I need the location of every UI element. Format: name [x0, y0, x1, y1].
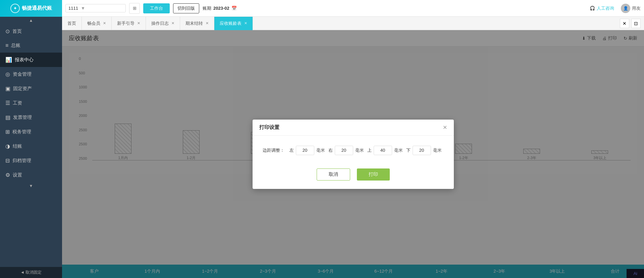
tab-log[interactable]: 操作日志 ✕ [146, 17, 180, 30]
top-prefix: 上 [367, 147, 372, 153]
tab-home[interactable]: 首页 [62, 17, 82, 30]
tax-icon: ⊞ [5, 129, 10, 135]
sidebar-scroll-down[interactable]: ▼ [0, 182, 62, 190]
switch-version-button[interactable]: 切到旧版 [173, 3, 199, 13]
modal-overlay: 打印设置 ✕ 边距调整： 左 毫米 右 [62, 30, 644, 278]
tab-close-all-button[interactable]: ✕ [620, 19, 629, 28]
tab-period-close-btn[interactable]: ✕ [206, 21, 209, 25]
sidebar-item-label: 固定资产 [13, 86, 32, 92]
sidebar-cancel-button[interactable]: ◄ 取消固定 [0, 267, 62, 278]
right-margin-group: 右 毫米 [328, 146, 364, 155]
logo-icon: ✦ [10, 4, 20, 13]
tab-ar-aging-label: 应收账龄表 [220, 20, 241, 26]
tabs-bar: 首页 畅会员 ✕ 新手引导 ✕ 操作日志 ✕ 期末结转 ✕ 应收账龄表 ✕ [62, 17, 644, 30]
top-header: ✦ 畅捷通易代账 1111 ▼ ⊞ 工作台 切到旧版 账期 2023-02 📅 … [0, 0, 644, 17]
copy-button[interactable]: ⊞ [129, 3, 140, 14]
sidebar-item-general-ledger[interactable]: ≡ 总账 [0, 39, 62, 53]
sidebar-item-label: 工资 [13, 100, 22, 106]
user-area[interactable]: 👤 用友 [621, 4, 641, 13]
payroll-icon: ☰ [5, 100, 10, 106]
sidebar-item-label: 报表中心 [15, 57, 34, 63]
sidebar-item-label: 总账 [11, 43, 20, 49]
fund-icon: ◎ [5, 71, 10, 77]
bottom-margin-group: 下 毫米 [406, 146, 442, 155]
sidebar-item-label: 首页 [12, 28, 22, 34]
settlement-icon: ◑ [5, 143, 10, 149]
logo-text: 畅捷通易代账 [22, 5, 52, 11]
modal-body: 边距调整： 左 毫米 右 毫米 [253, 136, 454, 168]
sidebar-item-label: 资金管理 [13, 71, 32, 77]
top-margin-group: 上 毫米 [367, 146, 403, 155]
sidebar-item-label: 归档管理 [12, 158, 31, 164]
tab-vip[interactable]: 畅会员 ✕ [82, 17, 112, 30]
avatar: 👤 [621, 4, 630, 13]
sidebar: ▲ ⊙ 首页 ≡ 总账 📊 报表中心 ◎ 资金管理 ▣ 固定资产 ☰ 工资 ▤ … [0, 17, 62, 278]
print-settings-dialog: 打印设置 ✕ 边距调整： 左 毫米 右 [253, 120, 454, 189]
period-area: 账期 2023-02 📅 [203, 5, 237, 11]
tab-ar-aging[interactable]: 应收账龄表 ✕ [214, 17, 253, 30]
top-margin-input[interactable] [374, 146, 392, 155]
sidebar-item-label: 设置 [13, 172, 22, 178]
sidebar-scroll-up[interactable]: ▲ [0, 17, 62, 24]
tab-guide-close[interactable]: ✕ [137, 21, 140, 25]
tab-expand-button[interactable]: ⊡ [631, 19, 641, 28]
bottom-margin-input[interactable] [413, 146, 431, 155]
sidebar-item-home[interactable]: ⊙ 首页 [0, 24, 62, 39]
print-confirm-button[interactable]: 打印 [357, 168, 390, 181]
tab-period-close[interactable]: 期末结转 ✕ [180, 17, 214, 30]
bottom-prefix: 下 [406, 147, 411, 153]
tab-guide-label: 新手引导 [117, 20, 135, 26]
tab-home-label: 首页 [67, 20, 76, 26]
sidebar-item-tax-management[interactable]: ⊞ 税务管理 [0, 125, 62, 139]
company-name: 1111 [68, 6, 78, 11]
tab-guide[interactable]: 新手引导 ✕ [112, 17, 146, 30]
sidebar-item-invoice-management[interactable]: ▤ 发票管理 [0, 110, 62, 125]
modal-title: 打印设置 [259, 124, 279, 131]
user-name: 用友 [632, 5, 641, 11]
left-margin-group: 左 毫米 [289, 146, 325, 155]
sidebar-item-payroll[interactable]: ☰ 工资 [0, 96, 62, 110]
consult-label: 人工咨询 [597, 5, 614, 11]
workbench-button[interactable]: 工作台 [143, 3, 170, 13]
period-value: 2023-02 [213, 6, 229, 11]
right-prefix: 右 [328, 147, 333, 153]
sidebar-item-archive-management[interactable]: ⊟ 归档管理 [0, 153, 62, 168]
bottom-unit: 毫米 [433, 147, 442, 153]
settings-icon: ⚙ [5, 172, 10, 178]
assets-icon: ▣ [5, 85, 10, 92]
tabs-actions: ✕ ⊡ [616, 19, 644, 28]
tab-vip-close[interactable]: ✕ [103, 21, 106, 25]
sidebar-item-fund-management[interactable]: ◎ 资金管理 [0, 67, 62, 81]
sidebar-item-settlement[interactable]: ◑ 结账 [0, 139, 62, 153]
calendar-icon[interactable]: 📅 [231, 6, 237, 11]
page-content: 应收账龄表 ⬇ 下载 🖨 打印 ↻ 刷新 [62, 30, 644, 278]
left-margin-input[interactable] [296, 146, 314, 155]
company-selector[interactable]: 1111 ▼ [65, 4, 126, 12]
chart-icon: 📊 [5, 57, 12, 63]
sidebar-item-label: 发票管理 [13, 115, 32, 121]
modal-close-button[interactable]: ✕ [443, 124, 447, 131]
period-label: 账期 [203, 5, 211, 11]
sidebar-item-fixed-assets[interactable]: ▣ 固定资产 [0, 81, 62, 96]
invoice-icon: ▤ [5, 114, 10, 121]
ledger-icon: ≡ [5, 43, 8, 49]
sidebar-item-report-center[interactable]: 📊 报表中心 [0, 53, 62, 67]
tab-log-close[interactable]: ✕ [171, 21, 174, 25]
modal-footer: 取消 打印 [253, 168, 454, 189]
margin-settings-row: 边距调整： 左 毫米 右 毫米 [263, 146, 444, 155]
right-margin-input[interactable] [335, 146, 353, 155]
left-unit: 毫米 [316, 147, 325, 153]
tab-log-label: 操作日志 [151, 20, 169, 26]
right-unit: 毫米 [355, 147, 364, 153]
top-unit: 毫米 [394, 147, 403, 153]
main-layout: ▲ ⊙ 首页 ≡ 总账 📊 报表中心 ◎ 资金管理 ▣ 固定资产 ☰ 工资 ▤ … [0, 17, 644, 278]
modal-header: 打印设置 ✕ [253, 120, 454, 136]
cancel-button[interactable]: 取消 [317, 168, 350, 181]
content-area: 首页 畅会员 ✕ 新手引导 ✕ 操作日志 ✕ 期末结转 ✕ 应收账龄表 ✕ [62, 17, 644, 278]
consult-button[interactable]: 🎧 人工咨询 [590, 5, 614, 11]
archive-icon: ⊟ [5, 157, 10, 164]
sidebar-item-settings[interactable]: ⚙ 设置 [0, 168, 62, 182]
company-dropdown-arrow: ▼ [81, 6, 85, 11]
left-prefix: 左 [289, 147, 294, 153]
tab-ar-aging-close[interactable]: ✕ [244, 21, 247, 25]
